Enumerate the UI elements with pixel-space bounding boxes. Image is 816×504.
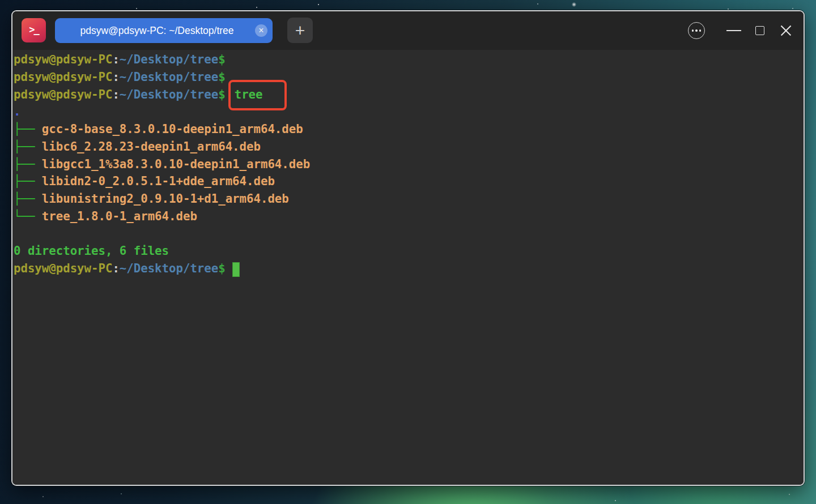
- prompt-line: pdsyw@pdsyw-PC:~/Desktop/tree$: [14, 69, 804, 86]
- file-name: libunistring2_0.9.10-1+d1_arm64.deb: [42, 192, 289, 206]
- terminal-cursor: [232, 262, 240, 277]
- close-icon: [780, 24, 792, 37]
- minimize-icon: [726, 30, 741, 31]
- wallpaper-stars: [0, 0, 1, 1]
- terminal-window: >_ pdsyw@pdsyw-PC: ~/Desktop/tree × + pd…: [11, 10, 805, 486]
- branch-glyph: ├──: [14, 174, 42, 188]
- tab-title: pdsyw@pdsyw-PC: ~/Desktop/tree: [80, 25, 247, 37]
- tree-file-row: ├── gcc-8-base_8.3.0.10-deepin1_arm64.de…: [14, 121, 804, 138]
- maximize-icon: [755, 26, 764, 35]
- tab-close-button[interactable]: ×: [255, 24, 267, 37]
- terminal-app-icon: >_: [22, 18, 46, 42]
- file-name: tree_1.8.0-1_arm64.deb: [42, 210, 197, 223]
- tree-file-row: ├── libgcc1_1%3a8.3.0.10-deepin1_arm64.d…: [14, 156, 804, 173]
- file-name: gcc-8-base_8.3.0.10-deepin1_arm64.deb: [42, 122, 303, 136]
- minimize-button[interactable]: [721, 11, 747, 50]
- command-line: pdsyw@pdsyw-PC:~/Desktop/tree$tree: [14, 86, 804, 104]
- branch-glyph: ├──: [14, 192, 42, 206]
- tab-active[interactable]: pdsyw@pdsyw-PC: ~/Desktop/tree ×: [55, 18, 273, 43]
- window-controls: [683, 11, 799, 50]
- tree-file-row: └── tree_1.8.0-1_arm64.deb: [14, 208, 804, 225]
- terminal-content[interactable]: pdsyw@pdsyw-PC:~/Desktop/tree$ pdsyw@pds…: [12, 50, 804, 486]
- prompt-user-host: pdsyw@pdsyw-PC: [14, 53, 112, 66]
- branch-glyph: ├──: [14, 157, 42, 171]
- tree-command: tree: [235, 88, 263, 101]
- prompt-line-current: pdsyw@pdsyw-PC:~/Desktop/tree$: [14, 260, 804, 277]
- file-name: libc6_2.28.23-deepin1_arm64.deb: [42, 140, 261, 153]
- prompt-line: pdsyw@pdsyw-PC:~/Desktop/tree$: [14, 51, 804, 69]
- branch-glyph: ├──: [14, 122, 42, 136]
- blank-line: [14, 225, 804, 243]
- tree-summary-line: 0 directories, 6 files: [14, 242, 804, 260]
- tree-file-row: ├── libc6_2.28.23-deepin1_arm64.deb: [14, 138, 804, 156]
- menu-button[interactable]: [683, 11, 709, 50]
- tree-root-line: .: [14, 103, 804, 121]
- ellipsis-icon: [688, 22, 705, 39]
- titlebar: >_ pdsyw@pdsyw-PC: ~/Desktop/tree × +: [12, 11, 804, 50]
- prompt-path: ~/Desktop/tree: [120, 53, 218, 66]
- file-name: libidn2-0_2.0.5.1-1+dde_arm64.deb: [42, 174, 275, 188]
- maximize-button[interactable]: [747, 11, 773, 50]
- branch-glyph: └──: [14, 210, 42, 223]
- tree-file-row: ├── libidn2-0_2.0.5.1-1+dde_arm64.deb: [14, 173, 804, 190]
- new-tab-button[interactable]: +: [287, 18, 313, 43]
- file-name: libgcc1_1%3a8.3.0.10-deepin1_arm64.deb: [42, 157, 310, 171]
- branch-glyph: ├──: [14, 140, 42, 153]
- tree-summary: 0 directories, 6 files: [14, 244, 169, 258]
- close-button[interactable]: [773, 11, 799, 50]
- tree-file-row: ├── libunistring2_0.9.10-1+d1_arm64.deb: [14, 190, 804, 208]
